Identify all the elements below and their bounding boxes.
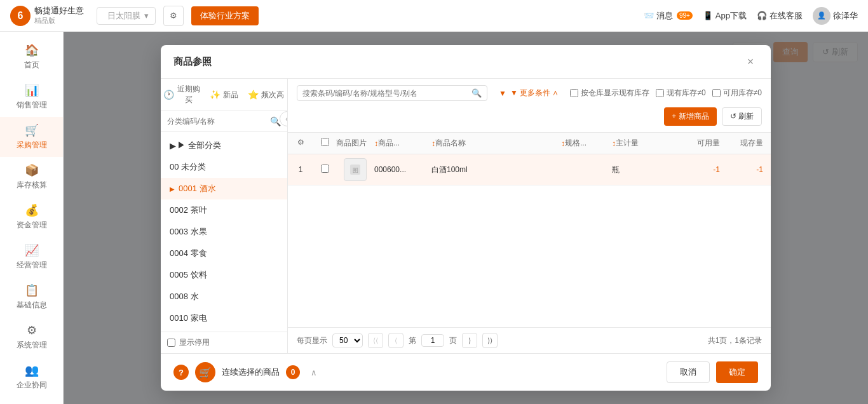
nav-right: 📨 消息 99+ 📱 App下载 🎧 在线客服 👤 徐泽华 xyxy=(644,7,858,25)
page-size-select[interactable]: 50 xyxy=(332,333,363,347)
system-icon: ⚙ xyxy=(27,323,37,337)
next-page-button[interactable]: ⟩ xyxy=(462,333,477,348)
col-checkbox-header[interactable] xyxy=(313,138,336,149)
product-reference-modal: 商品参照 × 🕐 近期购买 ✨ 新品 xyxy=(161,45,771,391)
top-navigation: 6 畅捷通好生意 精品版 日太阳膜 ▾ ⚙ 体验行业方案 📨 消息 99+ 📱 … xyxy=(0,0,868,32)
add-product-button[interactable]: + 新增商品 xyxy=(664,107,716,126)
product-toolbar: 🔍 ▼ ▼ 更多条件 ∧ 按仓库显示现有库存 现有库存≠0 xyxy=(288,79,771,133)
settings-button[interactable]: ⚙ xyxy=(163,6,184,26)
sidebar-item-basic[interactable]: 📋 基础信息 xyxy=(0,277,63,317)
cart-label: 连续选择的商品 xyxy=(222,367,280,378)
logo-text: 畅捷通好生意 精品版 xyxy=(34,6,84,26)
sidebar-item-collab[interactable]: 👥 企业协同 xyxy=(0,357,63,397)
purchase-icon: 🛒 xyxy=(25,123,39,137)
recent-icon: 🕐 xyxy=(163,90,174,100)
table-header-row: ⚙ 商品图片 ↕ 商品... xyxy=(288,133,771,154)
available-nonzero-checkbox[interactable] xyxy=(656,89,664,97)
last-page-button[interactable]: ⟩⟩ xyxy=(482,333,498,348)
dropdown-arrow-icon: ▾ xyxy=(144,11,149,20)
filter-button[interactable]: ▼ ▼ 更多条件 ∧ xyxy=(494,85,564,101)
col-settings[interactable]: ⚙ xyxy=(288,138,313,149)
row-unit-cell: 瓶 xyxy=(612,165,663,175)
tab-frequent[interactable]: ⭐ 频次高 xyxy=(245,79,287,111)
collapse-cart-button[interactable]: ∧ xyxy=(306,365,322,380)
expand-all-icon: ▶ xyxy=(170,141,176,151)
cat-item-2[interactable]: 0002 茶叶 xyxy=(161,199,287,221)
new-icon: ✨ xyxy=(210,90,220,100)
product-search-input[interactable] xyxy=(302,89,468,98)
page-size-label: 每页显示 xyxy=(297,335,327,346)
cat-item-3[interactable]: 0003 水果 xyxy=(161,221,287,243)
user-item[interactable]: 👤 徐泽华 xyxy=(813,7,858,25)
tab-new[interactable]: ✨ 新品 xyxy=(203,79,245,111)
row-index: 1 xyxy=(288,165,313,174)
modal-close-button[interactable]: × xyxy=(743,54,758,69)
frequent-icon: ⭐ xyxy=(248,90,259,100)
cat-item-4[interactable]: 0004 零食 xyxy=(161,243,287,264)
sidebar-item-sales[interactable]: 📊 销售管理 xyxy=(0,77,63,117)
cancel-button[interactable]: 取消 xyxy=(667,361,710,383)
col-stock-header: 现存量 xyxy=(720,138,771,149)
cat-item-5[interactable]: 0005 饮料 xyxy=(161,264,287,286)
cat-item-all[interactable]: ▶ ▶ 全部分类 xyxy=(161,135,287,156)
tab-recent[interactable]: 🕐 近期购买 xyxy=(161,79,203,111)
search-icon[interactable]: 🔍 xyxy=(471,88,482,98)
sidebar-item-system[interactable]: ⚙ 系统管理 xyxy=(0,317,63,357)
category-search-input[interactable] xyxy=(167,117,266,126)
org-dropdown[interactable]: 日太阳膜 ▾ xyxy=(97,7,156,25)
usable-nonzero-checkbox-label[interactable]: 可用库存≠0 xyxy=(712,88,762,98)
cat-item-1[interactable]: ▶ 0001 酒水 xyxy=(161,178,287,199)
cart-icon: 🛒 xyxy=(199,367,212,379)
col-code-header: ↕ 商品... xyxy=(374,138,431,149)
available-nonzero-checkbox-label[interactable]: 现有库存≠0 xyxy=(656,88,705,98)
first-page-button[interactable]: ⟨⟨ xyxy=(368,333,383,348)
warehouse-display-checkbox-label[interactable]: 按仓库显示现有库存 xyxy=(570,88,649,98)
show-disabled-checkbox[interactable] xyxy=(167,339,175,347)
footer-left: ? 🛒 连续选择的商品 0 ∧ xyxy=(173,362,322,382)
messages-item[interactable]: 📨 消息 99+ xyxy=(644,10,693,22)
sidebar-item-guide[interactable]: 🎓 新手引导 xyxy=(0,397,63,404)
cat-item-7[interactable]: 0010 家电 xyxy=(161,307,287,329)
cat-item-0[interactable]: 00 未分类 xyxy=(161,156,287,178)
usable-nonzero-checkbox[interactable] xyxy=(712,89,721,97)
trial-button[interactable]: 体验行业方案 xyxy=(191,6,259,25)
select-all-checkbox[interactable] xyxy=(321,138,329,146)
row-checkbox-cell[interactable] xyxy=(313,165,336,175)
sidebar-item-inventory[interactable]: 📦 库存核算 xyxy=(0,157,63,197)
sidebar: 🏠 首页 📊 销售管理 🛒 采购管理 📦 库存核算 💰 资金管理 📈 经营管理 … xyxy=(0,32,64,404)
refresh-button[interactable]: ↺ 刷新 xyxy=(722,107,762,126)
row-checkbox[interactable] xyxy=(321,165,329,173)
toolbar-right: + 新增商品 ↺ 刷新 xyxy=(664,107,762,126)
row-available-cell: -1 xyxy=(663,165,720,174)
table-row[interactable]: 1 图 xyxy=(288,154,771,185)
category-panel: 🕐 近期购买 ✨ 新品 ⭐ 频次高 « xyxy=(161,79,288,353)
row-stock-cell: -1 xyxy=(720,165,771,174)
cart-button[interactable]: 🛒 xyxy=(195,362,215,382)
online-service-item[interactable]: 🎧 在线客服 xyxy=(757,10,803,22)
sidebar-item-finance[interactable]: 💰 资金管理 xyxy=(0,197,63,237)
warehouse-display-checkbox[interactable] xyxy=(570,89,578,97)
sidebar-item-home[interactable]: 🏠 首页 xyxy=(0,37,63,77)
col-unit-header: ↕ 主计量 xyxy=(612,138,663,149)
active-arrow-icon: ▶ xyxy=(170,185,175,192)
confirm-button[interactable]: 确定 xyxy=(716,361,758,383)
inventory-icon: 📦 xyxy=(25,163,39,177)
product-thumbnail: 图 xyxy=(344,158,367,181)
product-table: ⚙ 商品图片 ↕ 商品... xyxy=(288,133,771,353)
page-number-input[interactable] xyxy=(421,334,444,347)
col-available-header: 可用量 xyxy=(663,138,720,149)
cat-item-6[interactable]: 0008 水 xyxy=(161,286,287,307)
app-download-item[interactable]: 📱 App下载 xyxy=(703,10,747,22)
finance-icon: 💰 xyxy=(25,203,39,217)
collab-icon: 👥 xyxy=(25,363,39,377)
sidebar-item-operation[interactable]: 📈 经营管理 xyxy=(0,237,63,277)
avatar: 👤 xyxy=(813,7,831,25)
prev-page-button[interactable]: ⟨ xyxy=(388,333,403,348)
headset-icon: 🎧 xyxy=(757,11,767,20)
sales-icon: 📊 xyxy=(25,83,39,97)
product-search-box: 🔍 xyxy=(297,85,487,101)
help-button[interactable]: ? xyxy=(173,365,189,380)
sidebar-item-purchase[interactable]: 🛒 采购管理 xyxy=(0,117,63,157)
filter-icon: ▼ xyxy=(499,89,506,98)
pagination: 每页显示 50 ⟨⟨ ⟨ 第 页 ⟩ ⟩⟩ 共1页，1条记录 xyxy=(288,327,771,353)
